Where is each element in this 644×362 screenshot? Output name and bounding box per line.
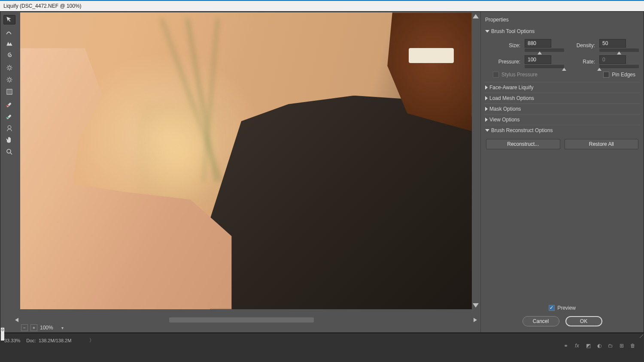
trash-icon[interactable]: 🗑 xyxy=(629,342,636,349)
density-label: Density: xyxy=(565,42,595,48)
svg-rect-1 xyxy=(6,105,9,106)
canvas-viewport[interactable] xyxy=(20,12,472,316)
new-icon[interactable]: ⊞ xyxy=(618,342,625,349)
pressure-slider[interactable] xyxy=(525,65,564,68)
stylus-pressure-row: Stylus Pressure xyxy=(489,72,561,78)
zoom-dropdown-icon[interactable]: ▾ xyxy=(61,326,64,330)
pucker-tool[interactable] xyxy=(3,63,15,72)
properties-title: Properties xyxy=(484,15,640,26)
disclosure-closed-icon xyxy=(485,118,488,122)
load-mesh-header[interactable]: Load Mesh Options xyxy=(484,93,640,103)
liquify-toolbar xyxy=(0,12,18,332)
pressure-input[interactable] xyxy=(525,55,551,64)
group-icon[interactable]: 🗀 xyxy=(607,342,614,349)
mask-options-header[interactable]: Mask Options xyxy=(484,103,640,114)
pin-edges-checkbox[interactable] xyxy=(603,72,609,78)
pin-edges-row[interactable]: Pin Edges xyxy=(565,72,635,78)
zoom-tool[interactable] xyxy=(3,147,15,157)
brush-tool-options-label: Brush Tool Options xyxy=(491,28,535,34)
disclosure-closed-icon xyxy=(485,96,488,100)
freeze-mask-tool[interactable] xyxy=(3,99,15,109)
preview-checkbox[interactable] xyxy=(549,305,555,311)
liquify-dialog-body: − + 100% ▾ Properties Brush Tool Options… xyxy=(0,11,644,333)
zoom-in-button[interactable]: + xyxy=(30,324,37,331)
svg-point-4 xyxy=(7,149,11,153)
vscroll-down-icon[interactable] xyxy=(473,303,479,309)
dialog-buttons: Cancel OK xyxy=(484,314,640,329)
size-slider[interactable] xyxy=(525,48,564,52)
brush-tool-options-body: Size: Density: Pressure: Rate: xyxy=(484,36,640,82)
load-mesh-label: Load Mesh Options xyxy=(489,95,534,101)
zoom-bar: − + 100% ▾ xyxy=(18,323,480,332)
dialog-title-bar: Liquify (DSC_4472.NEF @ 100%) xyxy=(0,0,644,11)
reconstruct-tool[interactable] xyxy=(3,27,15,36)
face-tool[interactable] xyxy=(3,123,15,133)
horizontal-scrollbar[interactable] xyxy=(20,317,472,323)
hscroll-right-icon[interactable] xyxy=(474,318,477,322)
svg-point-3 xyxy=(8,126,11,129)
dialog-title: Liquify (DSC_4472.NEF @ 100%) xyxy=(3,3,82,9)
status-zoom[interactable]: 33.33% xyxy=(4,338,20,343)
status-doc-label: Doc: xyxy=(26,338,36,343)
zoom-value[interactable]: 100% xyxy=(40,325,59,331)
view-options-label: View Options xyxy=(489,117,519,123)
disclosure-closed-icon xyxy=(485,107,488,111)
smooth-tool[interactable] xyxy=(3,39,15,48)
status-flyout-icon[interactable]: 〉 xyxy=(89,337,94,344)
rate-input xyxy=(599,55,626,64)
hand-tool[interactable] xyxy=(3,135,15,145)
image-content-teeth xyxy=(409,48,454,63)
canvas-area: − + 100% ▾ xyxy=(18,12,480,332)
stylus-pressure-checkbox xyxy=(493,72,499,78)
size-label: Size: xyxy=(489,42,520,48)
mask-icon[interactable]: ◩ xyxy=(585,342,592,349)
ruler-stub: 0 xyxy=(1,328,4,341)
brush-reconstruct-body: Reconstruct... Restore All xyxy=(484,136,640,152)
preview-row[interactable]: Preview xyxy=(484,302,640,314)
properties-panel: Properties Brush Tool Options Size: Dens… xyxy=(480,12,644,332)
svg-rect-2 xyxy=(6,117,9,118)
ok-button[interactable]: OK xyxy=(565,316,602,326)
density-input[interactable] xyxy=(599,39,626,48)
link-icon[interactable]: ⚭ xyxy=(562,342,569,349)
resize-grip-icon[interactable] xyxy=(639,334,643,338)
disclosure-open-icon xyxy=(485,30,489,33)
image-content-shirt xyxy=(210,96,472,309)
restore-all-button[interactable]: Restore All xyxy=(565,139,639,149)
brush-tool-options-header[interactable]: Brush Tool Options xyxy=(484,26,640,36)
bloat-tool[interactable] xyxy=(3,75,15,84)
face-aware-header[interactable]: Face-Aware Liquify xyxy=(484,82,640,93)
image-content-jar xyxy=(138,102,224,205)
hscroll-thumb[interactable] xyxy=(169,317,314,323)
brush-reconstruct-header[interactable]: Brush Reconstruct Options xyxy=(484,125,640,136)
thaw-mask-tool[interactable] xyxy=(3,111,15,121)
view-options-header[interactable]: View Options xyxy=(484,114,640,125)
hscroll-left-icon[interactable] xyxy=(15,318,18,322)
brush-reconstruct-label: Brush Reconstruct Options xyxy=(491,127,553,133)
mask-options-label: Mask Options xyxy=(489,106,521,112)
rate-label: Rate: xyxy=(565,59,595,65)
zoom-out-button[interactable]: − xyxy=(21,324,28,331)
stylus-pressure-label: Stylus Pressure xyxy=(501,72,538,78)
pin-edges-label: Pin Edges xyxy=(612,72,635,78)
pressure-label: Pressure: xyxy=(489,59,520,65)
face-aware-label: Face-Aware Liquify xyxy=(489,84,534,90)
twirl-tool[interactable] xyxy=(3,51,15,60)
cancel-button[interactable]: Cancel xyxy=(522,316,559,326)
forward-warp-tool[interactable] xyxy=(3,15,15,24)
image-preview[interactable] xyxy=(20,12,472,309)
density-slider[interactable] xyxy=(599,48,639,52)
layer-panel-icon-row: ⚭ fx ◩ ◐ 🗀 ⊞ 🗑 xyxy=(562,342,636,349)
status-doc-value: 138.2M/138.2M xyxy=(39,338,71,343)
rate-slider xyxy=(599,65,639,68)
app-status-bar: 33.33% Doc: 138.2M/138.2M 〉 xyxy=(0,333,644,347)
reconstruct-button[interactable]: Reconstruct... xyxy=(486,139,560,149)
fx-icon[interactable]: fx xyxy=(574,342,580,349)
preview-label: Preview xyxy=(557,305,576,311)
size-input[interactable] xyxy=(525,39,551,48)
disclosure-open-icon xyxy=(485,129,489,132)
disclosure-closed-icon xyxy=(485,85,488,90)
push-left-tool[interactable] xyxy=(3,87,15,97)
adjustment-icon[interactable]: ◐ xyxy=(596,342,603,349)
vscroll-up-icon[interactable] xyxy=(473,12,479,18)
